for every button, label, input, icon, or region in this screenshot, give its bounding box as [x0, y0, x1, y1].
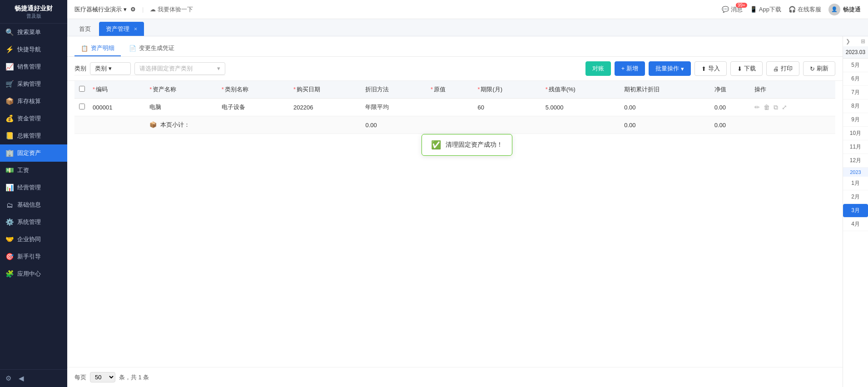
- edit-icon[interactable]: ✏: [754, 104, 760, 111]
- import-button[interactable]: ⬆ 导入: [694, 61, 727, 76]
- subtotal-accumulated: 0.00: [620, 116, 710, 134]
- cal-month-item[interactable]: 7月: [843, 86, 868, 99]
- copy-icon[interactable]: ⧉: [774, 104, 778, 111]
- calendar-current-months: 1月2月3月4月: [843, 177, 868, 231]
- menu-icon: 🛒: [5, 80, 14, 88]
- cal-month-item[interactable]: 9月: [843, 113, 868, 127]
- sub-tab-change-voucher[interactable]: 📄 变更生成凭证: [123, 41, 181, 56]
- table-container: *编码 *资产名称 *类别名称 *购买日期 折旧方法 *原值 *期限(月) *残…: [67, 81, 843, 367]
- online-support-button[interactable]: 🎧 在线客服: [789, 5, 821, 14]
- download-button[interactable]: ⬇ 下载: [730, 61, 763, 76]
- col-original-value: *原值: [427, 81, 474, 99]
- sidebar-item-搜索菜单[interactable]: 🔍搜索菜单: [0, 24, 67, 41]
- toolbar-right: 对账 + 新增 批量操作 ▾ ⬆ 导入 ⬇ 下载: [585, 61, 835, 76]
- category-select-value: 类别: [95, 64, 107, 73]
- col-depreciation: 折旧方法: [362, 81, 427, 99]
- calendar-collapse-icon[interactable]: ❯: [846, 38, 850, 45]
- messages-button[interactable]: 💬 消息 99+: [722, 5, 743, 14]
- sidebar-item-总账管理[interactable]: 📒总账管理: [0, 127, 67, 144]
- tab-home[interactable]: 首页: [73, 22, 97, 36]
- settings-icon[interactable]: ⚙: [5, 374, 11, 382]
- duzh-button[interactable]: 对账: [585, 61, 611, 76]
- sidebar-item-工资[interactable]: 💵工资: [0, 162, 67, 179]
- per-page-label: 每页: [74, 373, 86, 382]
- tab-asset-management[interactable]: 资产管理 ×: [99, 22, 144, 36]
- table-row: 000001 电脑 电子设备 202206 年限平均 60 5.0000 0.0…: [74, 99, 835, 116]
- cal-month-item[interactable]: 11月: [843, 140, 868, 154]
- cal-month-item[interactable]: 6月: [843, 72, 868, 86]
- delete-icon[interactable]: 🗑: [764, 104, 770, 111]
- col-action: 操作: [751, 81, 835, 99]
- menu-icon: 💵: [5, 166, 14, 174]
- sidebar-item-企业协同[interactable]: 🤝企业协同: [0, 231, 67, 248]
- sidebar-item-库存核算[interactable]: 📦库存核算: [0, 93, 67, 110]
- company-selector[interactable]: 医疗器械行业演示 ▾: [74, 5, 127, 14]
- sidebar-item-经营管理[interactable]: 📊经营管理: [0, 179, 67, 196]
- sidebar-item-应用中心[interactable]: 🧩应用中心: [0, 265, 67, 283]
- print-label: 打印: [781, 64, 793, 73]
- menu-label: 新手引导: [17, 253, 41, 261]
- menu-icon: 🗂: [5, 201, 14, 209]
- menu-label: 销售管理: [17, 63, 41, 71]
- cal-month-item[interactable]: 8月: [843, 99, 868, 113]
- menu-icon: 📦: [5, 97, 14, 105]
- refresh-label: 刷新: [817, 64, 828, 73]
- import-label: 导入: [708, 64, 720, 73]
- cal-month-item[interactable]: 2月: [843, 190, 868, 204]
- print-button[interactable]: 🖨 打印: [766, 61, 799, 76]
- cell-original-value: [427, 99, 474, 116]
- sidebar-item-新手引导[interactable]: 🎯新手引导: [0, 248, 67, 265]
- cal-month-item[interactable]: 12月: [843, 154, 868, 168]
- category-filter-select[interactable]: 类别 ▾: [90, 62, 131, 75]
- company-dropdown-icon: ▾: [124, 6, 127, 13]
- calendar-expand-icon[interactable]: ⊞: [861, 38, 865, 45]
- import-icon: ⬆: [701, 65, 706, 72]
- asset-detail-icon: 📋: [81, 45, 88, 52]
- sidebar-item-快捷导航[interactable]: ⚡快捷导航: [0, 41, 67, 58]
- duzh-label: 对账: [592, 64, 604, 73]
- experience-label: 我要体验一下: [158, 5, 193, 14]
- content-wrapper: 📋 资产明细 📄 变更生成凭证 类别 类别 ▾ 请选择固定资产: [67, 36, 843, 387]
- cal-month-item[interactable]: 3月: [843, 204, 868, 218]
- sidebar-item-资金管理[interactable]: 💰资金管理: [0, 110, 67, 127]
- menu-icon: 🤝: [5, 235, 14, 243]
- pagination: 每页 50 10 20 100 条，共 1 条: [67, 367, 843, 387]
- select-all-checkbox[interactable]: [79, 86, 85, 92]
- cal-month-item[interactable]: 4月: [843, 218, 868, 231]
- batch-button[interactable]: 批量操作 ▾: [649, 61, 691, 76]
- sidebar-item-销售管理[interactable]: 📈销售管理: [0, 58, 67, 75]
- sidebar-item-固定资产[interactable]: 🏢固定资产: [0, 144, 67, 162]
- app-download-button[interactable]: 📱 App下载: [750, 5, 781, 14]
- col-net-value: 净值: [711, 81, 751, 99]
- user-menu[interactable]: 👤 畅捷通: [828, 4, 861, 15]
- experience-button[interactable]: ☁ 我要体验一下: [150, 5, 193, 14]
- calendar-prev-months: 5月6月7月8月9月10月11月12月: [843, 59, 868, 168]
- cal-month-item[interactable]: 1月: [843, 177, 868, 190]
- sidebar-item-采购管理[interactable]: 🛒采购管理: [0, 75, 67, 93]
- new-button[interactable]: + 新增: [615, 61, 645, 76]
- sidebar-item-系统管理[interactable]: ⚙️系统管理: [0, 213, 67, 231]
- menu-label: 基础信息: [17, 201, 41, 209]
- cal-month-item[interactable]: 5月: [843, 59, 868, 72]
- per-page-select[interactable]: 50 10 20 100: [90, 372, 115, 382]
- app-logo-sub: 普及版: [26, 13, 41, 20]
- menu-icon: 🧩: [5, 270, 14, 278]
- collapse-icon[interactable]: ◀: [19, 374, 24, 382]
- menu-label: 应用中心: [17, 270, 41, 278]
- row-checkbox[interactable]: [79, 104, 85, 109]
- menu-icon: 🏢: [5, 149, 14, 157]
- menu-icon: 📒: [5, 132, 14, 140]
- tab-label: 资产管理: [106, 25, 129, 32]
- online-support-label: 在线客服: [798, 5, 821, 14]
- sidebar-item-基础信息[interactable]: 🗂基础信息: [0, 196, 67, 213]
- subtotal-original: 0.00: [362, 116, 427, 134]
- tab-close-icon[interactable]: ×: [134, 25, 138, 32]
- topbar-gear-icon[interactable]: ⚙: [130, 6, 136, 13]
- refresh-button[interactable]: ↻ 刷新: [803, 61, 835, 76]
- change-voucher-icon: 📄: [129, 45, 136, 52]
- menu-label: 工资: [17, 166, 29, 174]
- category-type-select[interactable]: 请选择固定资产类别 ▾: [134, 62, 225, 75]
- more-icon[interactable]: ⤢: [782, 104, 787, 111]
- sub-tab-asset-detail[interactable]: 📋 资产明细: [74, 41, 121, 56]
- cal-month-item[interactable]: 10月: [843, 127, 868, 140]
